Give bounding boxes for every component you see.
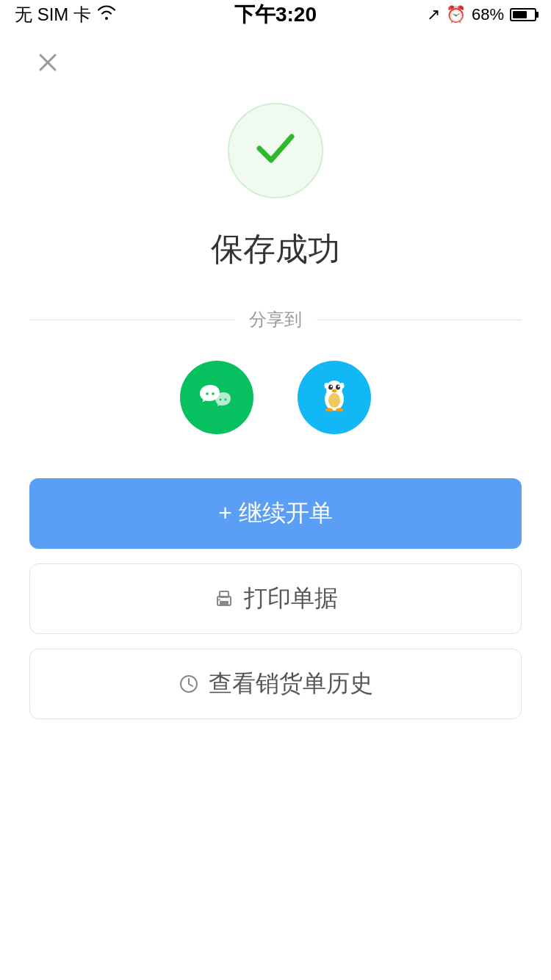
share-divider-text: 分享到: [249, 308, 302, 331]
status-time: 下午3:20: [234, 1, 317, 29]
svg-point-14: [325, 383, 329, 389]
svg-point-12: [338, 386, 339, 387]
svg-point-5: [220, 399, 222, 401]
close-button[interactable]: [29, 44, 66, 81]
svg-rect-21: [220, 601, 228, 605]
svg-point-11: [331, 386, 332, 387]
divider-line-left: [29, 320, 234, 320]
sim-label: 无 SIM 卡: [15, 3, 91, 26]
svg-point-6: [225, 399, 227, 401]
share-wechat-button[interactable]: [180, 361, 253, 434]
status-bar: 无 SIM 卡 下午3:20 ↗ ⏰ 68%: [0, 0, 551, 29]
svg-point-18: [336, 408, 343, 412]
print-icon: [213, 588, 235, 610]
success-icon-circle: [228, 103, 323, 198]
history-label: 查看销货单历史: [209, 668, 373, 700]
svg-point-16: [328, 393, 340, 408]
success-title: 保存成功: [211, 228, 340, 271]
continue-order-button[interactable]: + 继续开单: [29, 478, 522, 549]
print-button[interactable]: 打印单据: [29, 563, 522, 634]
svg-point-9: [328, 385, 333, 390]
divider-line-right: [317, 320, 522, 320]
battery-icon: [510, 8, 536, 21]
share-icons-container: [180, 361, 371, 434]
continue-order-label: + 继续开单: [218, 497, 333, 530]
alarm-icon: ⏰: [446, 5, 466, 24]
svg-point-10: [336, 385, 340, 390]
main-content: 保存成功 分享到: [0, 29, 551, 734]
svg-point-4: [212, 392, 215, 395]
svg-point-15: [340, 383, 345, 389]
share-qq-button[interactable]: [298, 361, 371, 434]
svg-point-13: [332, 389, 337, 392]
battery-percent: 68%: [472, 5, 504, 24]
action-buttons: + 继续开单 打印单据 查看销货单历史: [29, 478, 522, 719]
svg-point-3: [206, 392, 209, 395]
status-right: ↗ ⏰ 68%: [427, 5, 536, 24]
location-icon: ↗: [427, 5, 440, 24]
svg-point-17: [325, 408, 333, 412]
share-divider: 分享到: [29, 308, 522, 331]
status-left: 无 SIM 卡: [15, 3, 116, 26]
print-label: 打印单据: [244, 583, 338, 615]
svg-point-22: [218, 599, 220, 600]
history-icon: [178, 673, 200, 695]
checkmark-icon: [252, 123, 299, 178]
wifi-icon: [97, 5, 116, 24]
history-button[interactable]: 查看销货单历史: [29, 649, 522, 719]
